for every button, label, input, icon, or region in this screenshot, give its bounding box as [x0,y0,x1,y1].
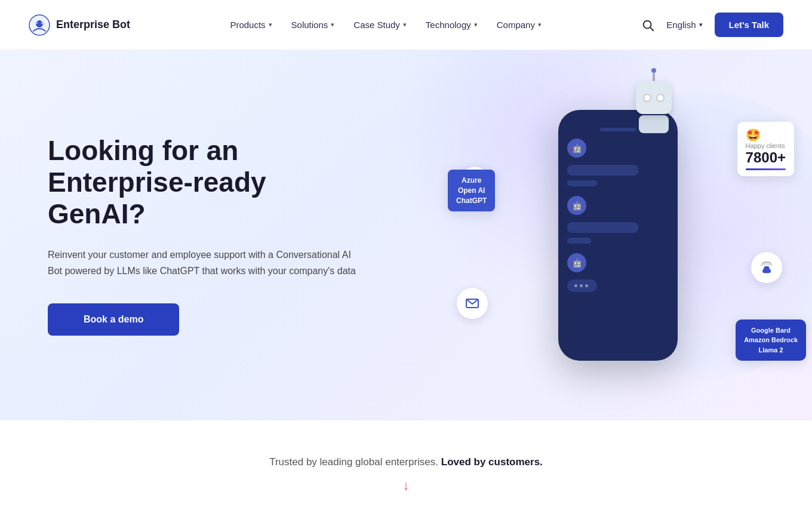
language-selector[interactable]: English ▾ [666,20,702,30]
email-icon [465,296,479,311]
chevron-down-icon: ▾ [474,21,478,29]
happy-clients-bar [746,168,786,170]
phone-call-bubble [751,252,782,283]
hero-section: Looking for an Enterprise-ready GenAI? R… [0,50,812,420]
typing-indicator [567,279,597,292]
chevron-down-icon: ▾ [269,21,272,29]
svg-point-4 [36,22,37,23]
phone-notch [600,128,636,131]
robot-body [639,115,669,133]
robot-antenna [653,73,655,81]
nav-right: English ▾ Let's Talk [641,13,783,37]
svg-point-6 [644,20,651,28]
search-icon [641,19,654,32]
robot-antenna-tip [651,68,656,73]
chevron-down-icon: ▾ [331,21,334,29]
chat-bubble-bot-2 [567,222,638,233]
happy-clients-label: Happy clients [746,142,786,149]
chevron-down-icon: ▾ [699,21,703,29]
loved-by-text: Loved by customers. [441,456,543,468]
hero-illustration: 🤖 🤖 🤖 [424,50,812,420]
svg-point-1 [36,20,43,27]
logo-text: Enterprise Bot [56,19,130,31]
book-demo-button[interactable]: Book a demo [48,303,179,336]
robot-eye-right [656,94,665,102]
happy-clients-emoji: 🤩 [746,128,786,142]
nav-item-company[interactable]: Company ▾ [497,20,542,30]
dot-1 [574,284,577,287]
dot-3 [585,284,588,287]
navbar: Enterprise Bot Products ▾ Solutions ▾ Ca… [0,0,812,50]
svg-point-5 [42,22,43,23]
robot-figure [627,68,681,128]
llm-card: Google Bard Amazon Bedrock Llama 2 [736,320,806,361]
hero-title: Looking for an Enterprise-ready GenAI? [48,135,358,230]
happy-clients-card: 🤩 Happy clients 7800+ [737,122,794,176]
nav-item-solutions[interactable]: Solutions ▾ [291,20,335,30]
bot-avatar-2: 🤖 [567,196,586,215]
robot-head [636,81,672,114]
phone-mockup: 🤖 🤖 🤖 [558,110,678,361]
trusted-section: Trusted by leading global enterprises. L… [0,420,812,513]
bot-avatar-3: 🤖 [567,253,586,272]
nav-item-case-study[interactable]: Case Study ▾ [353,20,407,30]
hero-description: Reinvent your customer and employee supp… [48,247,358,279]
chevron-down-icon: ▾ [403,21,407,29]
trusted-text: Trusted by leading global enterprises. L… [48,456,764,468]
email-bubble [457,288,488,319]
logo-icon [29,14,50,36]
svg-line-7 [651,27,654,30]
bot-avatar-1: 🤖 [567,139,586,158]
arrow-down-icon: ↓ [403,478,410,493]
phone-wave-icon [758,259,775,276]
chat-bubble-bot-1 [567,165,638,176]
svg-rect-13 [762,269,771,273]
nav-item-products[interactable]: Products ▾ [230,20,272,30]
lets-talk-button[interactable]: Let's Talk [715,13,783,37]
robot-eye-left [643,94,651,102]
azure-card: Azure Open AI ChatGPT [448,170,495,211]
search-button[interactable] [641,19,654,32]
nav-item-technology[interactable]: Technology ▾ [426,20,478,30]
happy-clients-number: 7800+ [746,149,786,166]
phone-screen: 🤖 🤖 🤖 [567,139,669,349]
dot-2 [580,284,583,287]
logo-link[interactable]: Enterprise Bot [29,14,130,36]
chevron-down-icon: ▾ [538,21,542,29]
nav-links: Products ▾ Solutions ▾ Case Study ▾ Tech… [230,20,542,30]
arrow-down: ↓ [48,478,764,493]
hero-content: Looking for an Enterprise-ready GenAI? R… [48,135,358,335]
